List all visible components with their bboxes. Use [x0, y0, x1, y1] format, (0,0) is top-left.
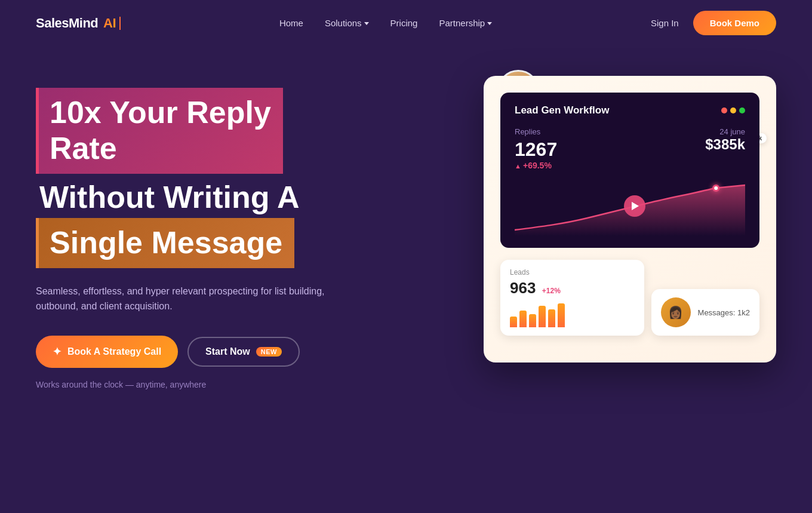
date-col: 24 june $385k — [705, 127, 745, 153]
messages-label: Messages: 1k2 — [698, 308, 750, 317]
dashboard-card: 👩‍💼 Pipeline: $120k Lead Gen Workflow Re… — [484, 76, 776, 363]
chart-area — [515, 176, 745, 236]
leads-mini-growth: +12% — [542, 287, 561, 295]
logo-bar-icon — [119, 17, 121, 30]
play-icon — [632, 202, 639, 210]
hero-right: 👩 Leads: 487 👩‍💼 Pipeline: $120k Lead Ge… — [484, 76, 776, 386]
navbar: SalesMind AI Home Solutions Pricing Part… — [0, 0, 812, 46]
replies-block: Replies 1267 +69.5% — [515, 127, 557, 170]
mini-bars — [510, 303, 635, 327]
messages-card: 👩🏾 Messages: 1k2 — [651, 289, 759, 336]
mini-bar-5 — [548, 309, 555, 327]
headline-block: 10x Your Reply Rate Without Writing A Si… — [36, 88, 418, 280]
workflow-header: Lead Gen Workflow — [515, 105, 745, 116]
nav-right: Sign In Book Demo — [651, 11, 776, 35]
headline-line3: Single Message — [36, 218, 294, 268]
dot-green-icon — [739, 107, 745, 113]
start-now-button[interactable]: Start Now NEW — [187, 337, 300, 367]
amount: $385k — [705, 136, 745, 153]
hero-left: 10x Your Reply Rate Without Writing A Si… — [36, 76, 418, 389]
mini-bar-4 — [539, 306, 546, 327]
chevron-down-icon — [487, 22, 492, 25]
workflow-title: Lead Gen Workflow — [515, 105, 609, 116]
headline-line2: Without Writing A — [36, 176, 418, 218]
mini-bar-2 — [519, 311, 527, 327]
sparkle-icon: ✦ — [53, 345, 61, 358]
book-strategy-button[interactable]: ✦ Book A Strategy Call — [36, 336, 178, 368]
headline-line1: 10x Your Reply Rate — [36, 88, 283, 174]
leads-mini-count-row: 963 +12% — [510, 279, 635, 297]
dot-red-icon — [721, 107, 727, 113]
mini-bar-6 — [558, 303, 565, 327]
workflow-dots — [721, 107, 745, 113]
logo[interactable]: SalesMind AI — [36, 16, 121, 31]
nav-pricing[interactable]: Pricing — [390, 18, 418, 28]
replies-row: Replies 1267 +69.5% 24 june $385k — [515, 127, 745, 170]
replies-count: 1267 — [515, 139, 557, 161]
messages-avatar: 👩🏾 — [661, 297, 691, 327]
replies-label: Replies — [515, 127, 557, 136]
chevron-down-icon — [364, 22, 369, 25]
sign-in-link[interactable]: Sign In — [651, 18, 679, 28]
leads-mini-card: Leads 963 +12% — [500, 260, 644, 336]
replies-growth: +69.5% — [515, 161, 557, 170]
workflow-card: Lead Gen Workflow Replies 1267 +69.5% 2 — [500, 93, 759, 248]
nav-links: Home Solutions Pricing Partnership — [279, 18, 492, 29]
logo-ai: AI — [100, 16, 116, 31]
nav-partnership[interactable]: Partnership — [439, 18, 492, 28]
mini-bar-3 — [529, 314, 536, 327]
logo-text: SalesMind — [36, 16, 98, 31]
hero-subtitle: Seamless, effortless, and hyper relevant… — [36, 284, 334, 314]
mini-bar-1 — [510, 317, 517, 327]
hero-note: Works around the clock — anytime, anywhe… — [36, 380, 418, 389]
chart-end-dot-inner — [714, 186, 718, 190]
new-badge: NEW — [256, 347, 282, 357]
hero-buttons: ✦ Book A Strategy Call Start Now NEW — [36, 336, 418, 368]
dot-yellow-icon — [730, 107, 736, 113]
play-button[interactable] — [624, 195, 645, 217]
nav-home[interactable]: Home — [279, 18, 303, 28]
leads-mini-label: Leads — [510, 268, 635, 277]
leads-mini-count: 963 — [510, 279, 536, 297]
bottom-cards: Leads 963 +12% 👩🏾 — [500, 260, 759, 336]
nav-solutions[interactable]: Solutions — [325, 18, 369, 28]
book-demo-button[interactable]: Book Demo — [693, 11, 776, 35]
date-label: 24 june — [705, 127, 745, 136]
hero-section: 10x Your Reply Rate Without Writing A Si… — [0, 46, 812, 413]
